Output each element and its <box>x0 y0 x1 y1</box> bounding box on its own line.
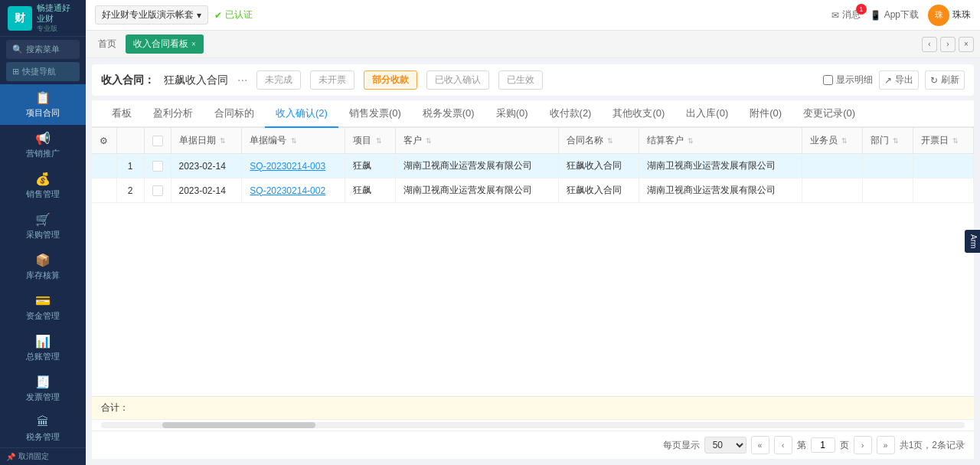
prev-page-button[interactable]: ‹ <box>774 436 792 454</box>
sidebar-item-general[interactable]: 📊 总账管理 <box>0 328 86 368</box>
row-salesperson-cell <box>802 178 862 203</box>
tax-icon: 🏛 <box>37 415 49 429</box>
company-selector[interactable]: 好业财专业版演示帐套 ▾ <box>95 5 208 25</box>
tab-tax-invoice[interactable]: 税务发票(0) <box>412 100 485 128</box>
row-customer-cell: 湖南卫视商业运营发展有限公司 <box>395 154 558 178</box>
status-no-invoice-button[interactable]: 未开票 <box>310 70 354 90</box>
row-number-cell[interactable]: SQ-20230214-003 <box>242 154 345 178</box>
certified-badge: ✔ 已认证 <box>214 8 253 21</box>
more-options-button[interactable]: ··· <box>237 74 247 87</box>
col-date-header[interactable]: 单据日期 ⇅ <box>171 128 242 154</box>
tab-sales-invoice[interactable]: 销售发票(0) <box>338 100 412 128</box>
search-menu-button[interactable]: 🔍 搜索菜单 <box>6 40 80 59</box>
quick-nav-button[interactable]: ⊞ 快捷导航 <box>6 62 80 81</box>
sidebar-item-purchase[interactable]: 🛒 采购管理 <box>0 206 86 247</box>
sidebar-item-fund[interactable]: 💳 资金管理 <box>0 287 86 328</box>
select-all-checkbox[interactable] <box>152 136 163 146</box>
arm-side-tool[interactable]: Arm <box>965 230 980 253</box>
row-number-link[interactable]: SQ-20230214-002 <box>250 185 325 196</box>
certified-check-icon: ✔ <box>214 10 222 21</box>
col-salesperson-header[interactable]: 业务员 ⇅ <box>802 128 862 154</box>
show-detail-checkbox[interactable]: 显示明细 <box>823 74 873 87</box>
col-index-header <box>116 128 144 154</box>
row-index-cell: 1 <box>116 154 144 178</box>
contract-right-actions: 显示明细 ↗ 导出 ↻ 刷新 <box>823 70 965 90</box>
table-footer: 合计： <box>92 396 974 419</box>
page-size-select[interactable]: 50 20 100 <box>704 437 746 454</box>
col-opendate-header[interactable]: 开票日 ⇅ <box>913 128 973 154</box>
row-check-cell[interactable] <box>144 154 171 178</box>
status-effective-button[interactable]: 已生效 <box>498 70 543 90</box>
col-department-header[interactable]: 部门 ⇅ <box>862 128 913 154</box>
col-contract-header[interactable]: 合同名称 ⇅ <box>558 128 639 154</box>
status-partial-button[interactable]: 部分收款 <box>364 70 417 90</box>
show-detail-input[interactable] <box>823 75 833 85</box>
content-area: 收入合同： 狂飙收入合同 ··· 未完成 未开票 部分收款 已收入确认 已生效 … <box>86 58 980 465</box>
row-check-cell[interactable] <box>144 178 171 203</box>
scrollbar-thumb[interactable] <box>162 422 315 428</box>
export-button[interactable]: ↗ 导出 <box>879 70 919 90</box>
sort-date-icon: ⇅ <box>220 137 226 145</box>
tab-warehouse[interactable]: 出入库(0) <box>675 100 739 128</box>
home-tab[interactable]: 首页 <box>92 34 122 54</box>
tab-close-button[interactable]: × <box>191 40 196 48</box>
row-dept-cell <box>862 154 913 178</box>
pagination: 每页显示 50 20 100 « ‹ 第 页 › » 共1页，2条记录 <box>92 431 974 459</box>
sidebar-item-label: 资金管理 <box>26 310 60 322</box>
sort-number-icon: ⇅ <box>291 137 297 145</box>
row-project-cell: 狂飙 <box>345 154 396 178</box>
tab-kanban[interactable]: 看板 <box>101 100 142 128</box>
tab-close-all-button[interactable]: × <box>959 37 974 52</box>
per-page-label: 每页显示 <box>663 439 700 452</box>
row-checkbox[interactable] <box>152 185 163 196</box>
row-number-link[interactable]: SQ-20230214-003 <box>250 161 325 172</box>
row-contract-cell: 狂飙收入合同 <box>558 154 639 178</box>
sidebar-bottom[interactable]: 📌 取消固定 <box>0 447 86 465</box>
sidebar-item-sales[interactable]: 💰 销售管理 <box>0 165 86 206</box>
sidebar-item-label: 项目合同 <box>26 107 60 119</box>
row-dept-cell <box>862 178 913 203</box>
row-setting-cell <box>92 178 116 203</box>
col-number-header[interactable]: 单据编号 ⇅ <box>242 128 345 154</box>
col-settlement-header[interactable]: 结算客户 ⇅ <box>639 128 802 154</box>
table-row[interactable]: 1 2023-02-14 SQ-20230214-003 狂飙 湖南卫视商业运营… <box>92 154 974 178</box>
status-confirmed-button[interactable]: 已收入确认 <box>426 70 489 90</box>
row-checkbox[interactable] <box>152 161 163 172</box>
sidebar-item-marketing[interactable]: 📢 营销推广 <box>0 125 86 165</box>
search-icon: 🔍 <box>12 44 23 54</box>
tab-subject[interactable]: 合同标的 <box>204 100 265 128</box>
user-profile[interactable]: 珠 珠珠 <box>928 5 971 26</box>
tab-other-income[interactable]: 其他收支(0) <box>602 100 675 128</box>
table-row[interactable]: 2 2023-02-14 SQ-20230214-002 狂飙 湖南卫视商业运营… <box>92 178 974 203</box>
tab-prev-button[interactable]: ‹ <box>922 37 937 52</box>
sidebar-item-project[interactable]: 📋 项目合同 <box>0 84 86 125</box>
sidebar-item-inventory[interactable]: 📦 库存核算 <box>0 247 86 287</box>
col-check-header[interactable] <box>144 128 171 154</box>
tab-revenue-confirm[interactable]: 收入确认(2) <box>265 100 338 128</box>
tab-purchase[interactable]: 采购(0) <box>485 100 539 128</box>
col-customer-header[interactable]: 客户 ⇅ <box>395 128 558 154</box>
sidebar: 财 畅捷通好业财 专业版 🔍 搜索菜单 ⊞ 快捷导航 📋 项目合同 📢 营销推广… <box>0 0 86 465</box>
total-label: 合计： <box>101 402 129 413</box>
sidebar-logo: 财 畅捷通好业财 专业版 <box>0 0 86 37</box>
tab-payment[interactable]: 收付款(2) <box>539 100 603 128</box>
tab-profit[interactable]: 盈利分析 <box>142 100 204 128</box>
col-project-header[interactable]: 项目 ⇅ <box>345 128 396 154</box>
status-incomplete-button[interactable]: 未完成 <box>256 70 301 90</box>
tab-next-button[interactable]: › <box>940 37 956 52</box>
app-download-button[interactable]: 📱 App下载 <box>870 8 919 21</box>
page-number-input[interactable] <box>811 437 835 453</box>
col-settings-header[interactable]: ⚙ <box>92 128 116 154</box>
refresh-button[interactable]: ↻ 刷新 <box>925 70 965 90</box>
message-button[interactable]: ✉ 1 消息 <box>831 8 861 21</box>
sidebar-item-invoice[interactable]: 🧾 发票管理 <box>0 368 86 409</box>
next-page-button[interactable]: › <box>854 436 872 454</box>
tab-attachments[interactable]: 附件(0) <box>739 100 792 128</box>
contract-board-tab[interactable]: 收入合同看板 × <box>126 34 204 54</box>
first-page-button[interactable]: « <box>751 436 769 454</box>
sidebar-item-tax[interactable]: 🏛 税务管理 <box>0 409 86 447</box>
row-number-cell[interactable]: SQ-20230214-002 <box>242 178 345 203</box>
last-page-button[interactable]: » <box>877 436 895 454</box>
horizontal-scrollbar[interactable] <box>101 422 965 428</box>
tab-change-log[interactable]: 变更记录(0) <box>792 100 866 128</box>
